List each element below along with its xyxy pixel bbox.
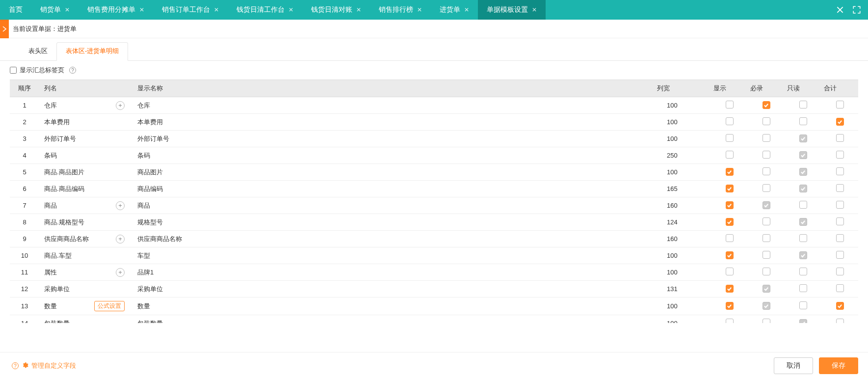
help-icon[interactable]: ? — [69, 67, 76, 74]
checkbox-readonly[interactable] — [799, 234, 807, 242]
close-all-icon[interactable] — [836, 5, 844, 14]
close-icon[interactable]: ✕ — [532, 6, 537, 13]
close-icon[interactable]: ✕ — [65, 6, 70, 13]
checkbox-required[interactable] — [763, 268, 770, 275]
checkbox-total[interactable] — [836, 184, 844, 192]
checkbox-required[interactable] — [763, 234, 770, 242]
checkbox-show[interactable] — [726, 151, 734, 159]
table-row[interactable]: 6商品.商品编码商品编码165 — [10, 181, 858, 197]
close-icon[interactable]: ✕ — [139, 6, 144, 13]
cell-display[interactable]: 包装数量 — [132, 315, 662, 323]
checkbox-required[interactable] — [763, 217, 770, 225]
close-icon[interactable]: ✕ — [417, 6, 422, 13]
table-row[interactable]: 9供应商商品名称+供应商商品名称160 — [10, 231, 858, 247]
cell-display[interactable]: 采购单位 — [132, 281, 662, 298]
sub-tab[interactable]: 表头区 — [20, 43, 56, 60]
top-tab[interactable]: 销售费用分摊单✕ — [79, 0, 153, 20]
summary-tab-checkbox[interactable] — [10, 67, 17, 74]
close-icon[interactable]: ✕ — [289, 6, 293, 13]
table-row[interactable]: 12采购单位采购单位131 — [10, 281, 858, 298]
cell-display[interactable]: 数量 — [132, 298, 662, 315]
cell-display[interactable]: 规格型号 — [132, 214, 662, 231]
cell-width[interactable]: 100 — [662, 114, 711, 131]
cell-display[interactable]: 品牌1 — [132, 264, 662, 281]
add-icon[interactable]: + — [116, 201, 125, 210]
checkbox-total[interactable] — [836, 251, 844, 259]
cell-display[interactable]: 商品 — [132, 197, 662, 214]
cancel-button[interactable]: 取消 — [774, 357, 813, 374]
checkbox-required[interactable] — [763, 319, 770, 323]
close-icon[interactable]: ✕ — [464, 6, 469, 13]
checkbox-readonly[interactable] — [799, 301, 807, 309]
checkbox-total[interactable] — [836, 101, 844, 108]
cell-width[interactable]: 124 — [662, 214, 711, 231]
fullscreen-icon[interactable] — [852, 5, 861, 14]
table-row[interactable]: 5商品.商品图片商品图片100 — [10, 164, 858, 181]
top-tab[interactable]: 首页 — [0, 0, 31, 20]
checkbox-readonly[interactable] — [799, 101, 807, 108]
checkbox-total[interactable] — [836, 167, 844, 175]
checkbox-show[interactable] — [726, 302, 734, 310]
checkbox-readonly[interactable] — [799, 117, 807, 125]
checkbox-required[interactable] — [763, 184, 770, 192]
checkbox-total[interactable] — [836, 284, 844, 292]
table-row[interactable]: 8商品.规格型号规格型号124 — [10, 214, 858, 231]
checkbox-required[interactable] — [763, 151, 770, 159]
sub-tab[interactable]: 表体区-进货单明细 — [56, 42, 128, 61]
checkbox-readonly[interactable] — [799, 268, 807, 275]
sidebar-toggle-handle[interactable] — [0, 20, 9, 38]
checkbox-required[interactable] — [763, 167, 770, 175]
checkbox-total[interactable] — [836, 201, 844, 209]
top-tab[interactable]: 进货单✕ — [431, 0, 478, 20]
checkbox-show[interactable] — [726, 101, 734, 108]
cell-width[interactable]: 100 — [662, 247, 711, 264]
table-row[interactable]: 4条码条码250 — [10, 147, 858, 164]
checkbox-show[interactable] — [726, 268, 734, 275]
formula-button[interactable]: 公式设置 — [94, 301, 125, 311]
cell-display[interactable]: 商品编码 — [132, 181, 662, 197]
checkbox-total[interactable] — [836, 151, 844, 159]
checkbox-readonly[interactable] — [799, 201, 807, 209]
cell-display[interactable]: 条码 — [132, 147, 662, 164]
cell-width[interactable]: 250 — [662, 147, 711, 164]
table-row[interactable]: 7商品+商品160 — [10, 197, 858, 214]
cell-display[interactable]: 外部订单号 — [132, 131, 662, 147]
add-icon[interactable]: + — [116, 235, 125, 244]
table-row[interactable]: 2本单费用本单费用100 — [10, 114, 858, 131]
cell-width[interactable]: 165 — [662, 181, 711, 197]
checkbox-show[interactable] — [726, 319, 734, 323]
cell-display[interactable]: 商品图片 — [132, 164, 662, 181]
cell-display[interactable]: 仓库 — [132, 97, 662, 114]
checkbox-show[interactable] — [726, 218, 734, 226]
checkbox-show[interactable] — [726, 134, 734, 142]
table-row[interactable]: 10商品.车型车型100 — [10, 247, 858, 264]
add-icon[interactable]: + — [116, 268, 125, 277]
top-tab[interactable]: 钱货日清工作台✕ — [228, 0, 302, 20]
checkbox-total[interactable] — [836, 319, 844, 323]
checkbox-show[interactable] — [726, 168, 734, 176]
checkbox-required[interactable] — [763, 101, 770, 109]
checkbox-show[interactable] — [726, 117, 734, 125]
cell-width[interactable]: 160 — [662, 231, 711, 247]
cell-width[interactable]: 100 — [662, 298, 711, 315]
checkbox-total[interactable] — [836, 217, 844, 225]
cell-width[interactable]: 100 — [662, 264, 711, 281]
manage-custom-fields-link[interactable]: ? 管理自定义字段 — [10, 361, 76, 370]
table-row[interactable]: 14包装数量包装数量100 — [10, 315, 858, 323]
checkbox-show[interactable] — [726, 185, 734, 192]
top-tab[interactable]: 销货单✕ — [31, 0, 79, 20]
cell-display[interactable]: 本单费用 — [132, 114, 662, 131]
checkbox-total[interactable] — [836, 134, 844, 142]
save-button[interactable]: 保存 — [819, 357, 858, 374]
cell-width[interactable]: 100 — [662, 315, 711, 323]
close-icon[interactable]: ✕ — [356, 6, 361, 13]
checkbox-total[interactable] — [836, 302, 844, 310]
checkbox-required[interactable] — [763, 117, 770, 125]
top-tab[interactable]: 钱货日清对账✕ — [302, 0, 370, 20]
cell-width[interactable]: 100 — [662, 97, 711, 114]
checkbox-show[interactable] — [726, 285, 734, 293]
table-row[interactable]: 11属性+品牌1100 — [10, 264, 858, 281]
checkbox-show[interactable] — [726, 201, 734, 209]
cell-display[interactable]: 车型 — [132, 247, 662, 264]
checkbox-total[interactable] — [836, 234, 844, 242]
